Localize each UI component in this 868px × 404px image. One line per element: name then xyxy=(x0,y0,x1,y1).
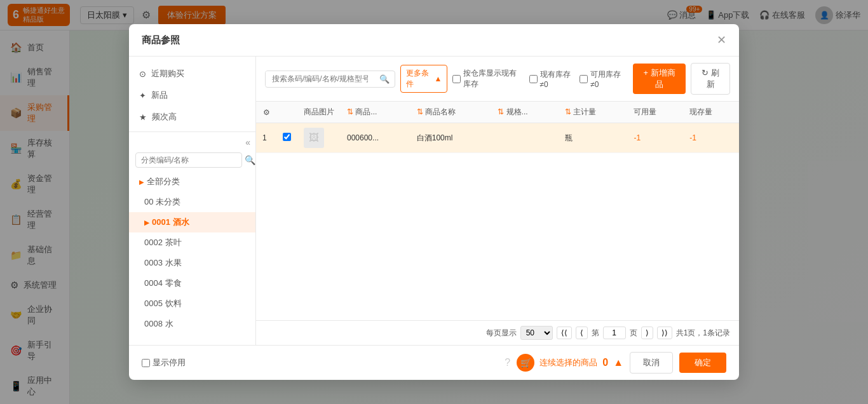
table-header: ⚙ 商品图片 ⇅ 商品... ⇅ xyxy=(256,102,739,123)
category-search: 🔍 xyxy=(129,149,255,172)
cart-label: 连续选择的商品 xyxy=(539,357,597,368)
category-0001[interactable]: ▶ 0001 酒水 xyxy=(129,212,255,232)
nav-high-freq[interactable]: ★ 频次高 xyxy=(129,106,255,128)
filter-icon: ▲ xyxy=(434,74,442,83)
total-text: 共1页，1条记录 xyxy=(676,328,730,339)
search-input[interactable] xyxy=(266,71,374,86)
filter-checkboxes: 按仓库显示现有库存 现有库存≠0 可用库存≠0 xyxy=(452,68,623,90)
star-icon: ★ xyxy=(139,112,147,122)
th-checkbox xyxy=(276,102,297,123)
td-num: 1 xyxy=(256,123,276,153)
modal-left-panel: ⊙ 近期购买 ✦ 新品 ★ 频次高 « xyxy=(129,57,256,345)
category-search-input[interactable] xyxy=(135,152,242,168)
collapse-icon[interactable]: « xyxy=(245,137,250,147)
modal-right-panel: 🔍 更多条件 ▲ 按仓库显示现有库存 现有库存≠0 xyxy=(256,57,739,345)
page-input[interactable] xyxy=(603,327,626,339)
search-box: 🔍 xyxy=(265,71,395,88)
td-checkbox[interactable] xyxy=(276,123,297,153)
checkbox-stock-nonzero[interactable]: 现有库存≠0 xyxy=(529,69,573,89)
cart-summary: 🛒 连续选择的商品 0 ▲ xyxy=(517,354,623,372)
page-size-select[interactable]: 20 50 100 xyxy=(520,326,553,340)
page-size-label: 每页显示 xyxy=(486,328,517,339)
sort-icon3: ⇅ xyxy=(498,107,504,116)
filter-label: 更多条件 xyxy=(406,68,431,90)
confirm-button[interactable]: 确定 xyxy=(679,353,726,373)
td-code: 000600... xyxy=(341,123,410,153)
th-spec[interactable]: ⇅ 规格... xyxy=(491,102,559,123)
collapse-cart-icon[interactable]: ▲ xyxy=(613,357,623,368)
sort-icon: ⇅ xyxy=(347,107,353,116)
category-0008[interactable]: 0008 水 xyxy=(129,314,255,334)
checkbox-available-nonzero[interactable]: 可用库存≠0 xyxy=(580,69,623,89)
pagination: 每页显示 20 50 100 ⟨⟨ ⟨ 第 页 ⟩ ⟩⟩ 共1页，1条记录 xyxy=(256,320,739,345)
show-disabled-checkbox[interactable]: 显示停用 xyxy=(142,357,186,368)
product-image: 🖼 xyxy=(304,128,324,148)
category-00[interactable]: 00 未分类 xyxy=(129,192,255,212)
next-page-button[interactable]: ⟩ xyxy=(641,327,653,339)
first-page-button[interactable]: ⟨⟨ xyxy=(557,327,572,339)
th-image: 商品图片 xyxy=(297,102,341,123)
td-available: -1 xyxy=(627,123,683,153)
th-stock: 现存量 xyxy=(683,102,739,123)
th-name[interactable]: ⇅ 商品名称 xyxy=(410,102,491,123)
category-search-icon[interactable]: 🔍 xyxy=(245,155,255,165)
modal-close-button[interactable]: ✕ xyxy=(717,33,726,47)
search-icon[interactable]: 🔍 xyxy=(374,71,395,87)
td-name: 白酒100ml xyxy=(410,123,491,153)
th-settings[interactable]: ⚙ xyxy=(256,102,276,123)
th-unit[interactable]: ⇅ 主计量 xyxy=(559,102,628,123)
category-0004[interactable]: 0004 零食 xyxy=(129,273,255,293)
category-0005[interactable]: 0005 饮料 xyxy=(129,293,255,314)
modal-header: 商品参照 ✕ xyxy=(129,24,739,57)
td-stock: -1 xyxy=(683,123,739,153)
td-unit: 瓶 xyxy=(559,123,628,153)
sort-icon4: ⇅ xyxy=(565,107,571,116)
cart-icon: 🛒 xyxy=(517,354,534,372)
td-spec xyxy=(491,123,559,153)
modal-title: 商品参照 xyxy=(142,34,180,46)
add-product-button[interactable]: + 新增商品 xyxy=(633,64,686,94)
page-unit: 页 xyxy=(630,328,637,339)
category-all[interactable]: ▶ 全部分类 xyxy=(129,172,255,192)
table-row[interactable]: 1 🖼 000600... 白酒100ml 瓶 xyxy=(256,123,739,153)
page-word: 第 xyxy=(592,328,599,339)
help-icon[interactable]: ? xyxy=(505,357,510,368)
filter-button[interactable]: 更多条件 ▲ xyxy=(400,65,447,93)
last-page-button[interactable]: ⟩⟩ xyxy=(657,327,672,339)
checkbox-warehouse[interactable]: 按仓库显示现有库存 xyxy=(452,68,521,90)
product-table-wrap: ⚙ 商品图片 ⇅ 商品... ⇅ xyxy=(256,102,739,320)
modal-overlay[interactable]: 商品参照 ✕ ⊙ 近期购买 ✦ 新品 ★ 频次高 xyxy=(0,0,868,404)
toolbar: 🔍 更多条件 ▲ 按仓库显示现有库存 现有库存≠0 xyxy=(256,57,739,102)
category-0002[interactable]: 0002 茶叶 xyxy=(129,232,255,253)
cancel-button[interactable]: 取消 xyxy=(630,352,673,374)
divider xyxy=(129,131,255,132)
recent-icon: ⊙ xyxy=(139,69,146,79)
category-0010[interactable]: 0010 家电 xyxy=(129,334,255,339)
nav-recent-purchase[interactable]: ⊙ 近期购买 xyxy=(129,63,255,84)
modal-left-nav: ⊙ 近期购买 ✦ 新品 ★ 频次高 xyxy=(129,63,255,128)
modal-footer: 显示停用 ? 🛒 连续选择的商品 0 ▲ 取消 确定 xyxy=(129,345,739,380)
category-0003[interactable]: 0003 水果 xyxy=(129,253,255,273)
refresh-button[interactable]: ↻ 刷新 xyxy=(691,63,730,95)
new-icon: ✦ xyxy=(139,91,146,100)
category-list: ▶ 全部分类 00 未分类 ▶ 0001 酒水 0002 茶叶 0003 水果 xyxy=(129,172,255,339)
td-img: 🖼 xyxy=(297,123,341,153)
modal-product-ref: 商品参照 ✕ ⊙ 近期购买 ✦ 新品 ★ 频次高 xyxy=(129,24,739,380)
th-code[interactable]: ⇅ 商品... xyxy=(341,102,410,123)
th-available: 可用量 xyxy=(627,102,683,123)
modal-body: ⊙ 近期购买 ✦ 新品 ★ 频次高 « xyxy=(129,57,739,345)
product-table: ⚙ 商品图片 ⇅ 商品... ⇅ xyxy=(256,102,739,153)
sort-icon2: ⇅ xyxy=(417,107,423,116)
prev-page-button[interactable]: ⟨ xyxy=(576,327,588,339)
nav-new-product[interactable]: ✦ 新品 xyxy=(129,84,255,106)
cart-count: 0 xyxy=(602,357,608,368)
